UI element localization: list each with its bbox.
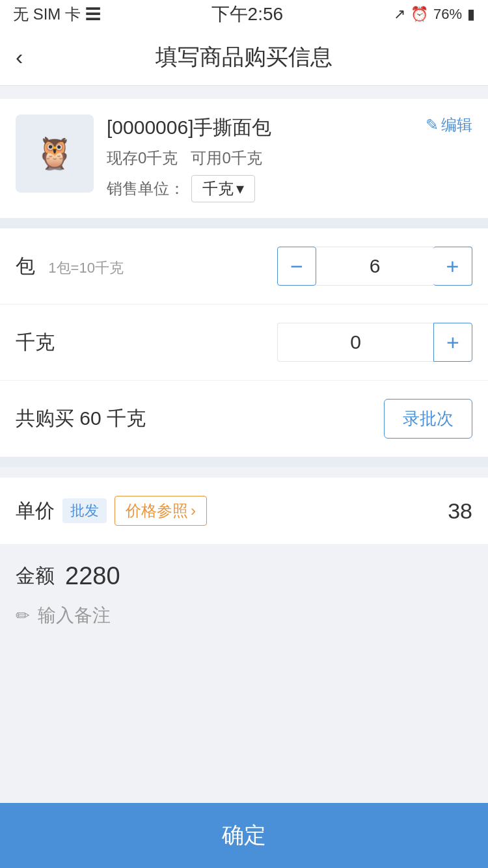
product-stock: 现存0千克 可用0千克 [107,148,413,169]
price-value: 38 [448,498,472,524]
product-thumbnail-icon: 🦉 [35,135,74,172]
batch-button[interactable]: 录批次 [384,399,472,439]
status-time: 下午2:56 [211,2,284,27]
amount-label: 金额 [16,563,55,590]
bag-hint: 1包=10千克 [48,260,124,276]
unit-label: 销售单位： [107,178,185,199]
edit-label: 编辑 [441,115,472,135]
status-right: ↗ ⏰ 76% ▮ [394,6,475,23]
status-left: 无 SIM 卡 ☰ [13,4,101,25]
amount-row: 金额 2280 [16,562,472,590]
product-info: [0000006]手撕面包 现存0千克 可用0千克 销售单位： 千克 ▾ [107,115,413,202]
separator-2 [0,457,488,467]
price-ref-label: 价格参照 [126,500,188,521]
battery-icon: ▮ [467,6,475,23]
bag-plus-button[interactable]: + [433,247,472,286]
product-unit-row: 销售单位： 千克 ▾ [107,175,413,202]
input-section: 包 1包=10千克 − + 千克 + [0,228,488,381]
kg-plus-button[interactable]: + [433,323,472,362]
battery-level: 76% [433,6,462,23]
nav-bar: ‹ 填写商品购买信息 [0,29,488,86]
total-row: 共购买 60 千克 录批次 [0,381,488,457]
alarm-icon: ⏰ [411,6,428,23]
remark-row[interactable]: ✏ 输入备注 [16,603,472,628]
price-ref-button[interactable]: 价格参照 › [115,496,207,526]
amount-section: 金额 2280 ✏ 输入备注 [0,544,488,638]
bag-stepper: − + [277,247,472,286]
product-image: 🦉 [16,115,94,193]
gps-icon: ↗ [394,6,405,23]
price-label: 单价 [16,498,55,524]
page-title: 填写商品购买信息 [156,42,332,72]
kg-input-row: 千克 + [0,305,488,381]
price-section: 单价 批发 价格参照 › 38 [0,478,488,544]
kg-label: 千克 [16,329,277,356]
kg-input[interactable] [277,323,433,362]
bag-input[interactable] [316,247,433,286]
edit-icon: ✎ [426,116,439,134]
product-card: 🦉 [0000006]手撕面包 现存0千克 可用0千克 销售单位： 千克 ▾ ✎… [0,99,488,218]
bag-label: 包 1包=10千克 [16,253,277,280]
sim-status: 无 SIM 卡 ☰ [13,4,101,25]
stock-current: 现存0千克 [107,149,178,167]
product-name: [0000006]手撕面包 [107,115,413,141]
stock-available: 可用0千克 [191,149,262,167]
amount-value: 2280 [65,562,120,590]
price-left: 单价 批发 价格参照 › [16,496,207,526]
bag-input-row: 包 1包=10千克 − + [0,228,488,305]
kg-input-wrapper: + [277,323,472,362]
unit-select[interactable]: 千克 ▾ [191,175,255,202]
chevron-down-icon: ▾ [236,180,244,198]
price-row: 单价 批发 价格参照 › 38 [16,496,472,526]
chevron-right-icon: › [191,502,196,520]
total-text: 共购买 60 千克 [16,405,146,432]
back-button[interactable]: ‹ [16,44,23,70]
batch-tag: 批发 [62,498,107,523]
separator-1 [0,218,488,228]
edit-button[interactable]: ✎ 编辑 [426,115,472,135]
bag-minus-button[interactable]: − [277,247,316,286]
confirm-button[interactable]: 确定 [0,803,488,868]
status-bar: 无 SIM 卡 ☰ 下午2:56 ↗ ⏰ 76% ▮ [0,0,488,29]
remark-placeholder: 输入备注 [38,603,111,628]
unit-value: 千克 [202,178,234,199]
pencil-icon: ✏ [16,606,30,626]
